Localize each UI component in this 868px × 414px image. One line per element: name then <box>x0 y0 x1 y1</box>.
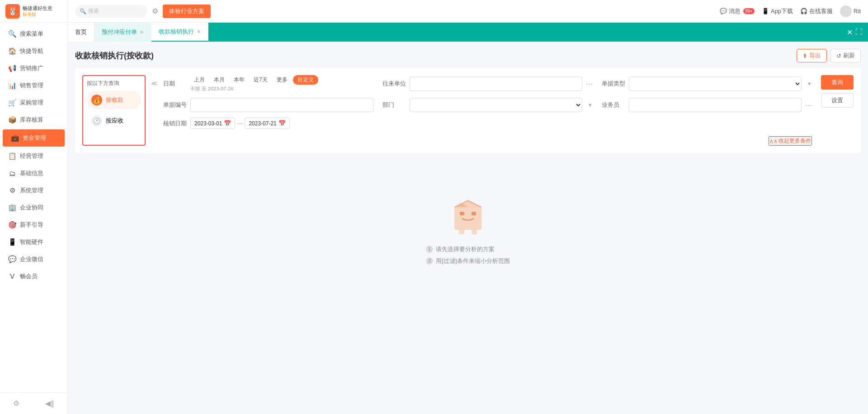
sidebar-item-purchase[interactable]: 🛒采购管理 <box>0 94 67 111</box>
date-chip-custom[interactable]: 自定义 <box>293 75 318 85</box>
staff-input[interactable] <box>629 98 802 112</box>
doctype-select[interactable] <box>629 76 802 91</box>
partner-more-icon[interactable]: ··· <box>586 79 593 89</box>
sidebar-item-inventory[interactable]: 📦库存核算 <box>0 111 67 128</box>
date-chip-7days[interactable]: 近7天 <box>250 75 271 85</box>
beginner-icon: 🎯 <box>8 221 16 229</box>
sidebar-item-enterprise[interactable]: 🏢企业协同 <box>0 199 67 216</box>
header-search-box[interactable]: 🔍 搜索 <box>75 5 147 18</box>
docno-input[interactable] <box>190 98 373 112</box>
sidebar-bottom: ⚙ ◀‖ <box>0 392 67 414</box>
collapse-left-btn[interactable]: ≪ <box>151 75 158 146</box>
sidebar-label-quick-nav: 快捷导航 <box>20 47 43 55</box>
export-icon: ⬆ <box>802 52 807 59</box>
settings-button[interactable]: 设置 <box>821 93 854 108</box>
refresh-icon: ↺ <box>836 52 841 59</box>
filter-actions: 查询 设置 <box>817 75 854 146</box>
message-button[interactable]: 💬 消息 99+ <box>720 7 755 15</box>
verify-date-start-input[interactable]: 2023-03-01 📅 <box>190 118 235 129</box>
tab-home[interactable]: 首页 <box>68 23 94 42</box>
sidebar-item-marketing[interactable]: 📢营销推广 <box>0 60 67 77</box>
tab-prepay[interactable]: 预付冲应付单 ✕ <box>94 23 151 42</box>
system-icon: ⚙ <box>8 186 16 195</box>
header-left: 🔍 搜索 ⚙ 体验行业方案 <box>75 5 211 18</box>
settings-bottom-icon[interactable]: ⚙ <box>10 396 22 410</box>
sidebar-item-sales[interactable]: 📊销售管理 <box>0 77 67 94</box>
logo-text: 畅捷通好生意 标准版 <box>23 5 52 17</box>
collapse-arrow-icon[interactable]: ≪ <box>151 80 158 87</box>
sidebar: 🐰 畅捷通好生意 标准版 🔍搜索菜单🏠快捷导航📢营销推广📊销售管理🛒采购管理📦库… <box>0 0 68 414</box>
maximize-window-icon[interactable]: ⛶ <box>855 28 863 36</box>
export-button[interactable]: ⬆ 导出 <box>797 49 827 62</box>
sidebar-item-smart-hw[interactable]: 📱智能硬件 <box>0 233 67 251</box>
basic-info-icon: 🗂 <box>8 170 16 177</box>
sidebar-item-search[interactable]: 🔍搜索菜单 <box>0 25 67 43</box>
dept-select[interactable] <box>410 98 582 112</box>
sidebar-item-quick-nav[interactable]: 🏠快捷导航 <box>0 43 67 60</box>
download-icon: 📱 <box>762 8 769 14</box>
collapse-more-button[interactable]: ∧∧ 收起更多条件 <box>769 136 812 146</box>
doctype-label: 单据类型 <box>602 80 625 88</box>
main-area: 🔍 搜索 ⚙ 体验行业方案 💬 消息 99+ 📱 App下载 🎧 在线客服 <box>68 0 868 414</box>
svg-rect-1 <box>460 212 464 215</box>
filter-option-by-receivable[interactable]: 🕐 按应收 <box>87 112 141 130</box>
refresh-button[interactable]: ↺ 刷新 <box>830 49 861 62</box>
collapse-more-icon: ∧∧ <box>769 138 778 144</box>
sidebar-label-purchase: 采购管理 <box>20 99 43 107</box>
filter-option-by-receipt[interactable]: 💰 按收款 <box>87 91 141 109</box>
online-service-button[interactable]: 🎧 在线客服 <box>800 7 833 15</box>
date-chip-more[interactable]: 更多 <box>273 75 291 85</box>
empty-step-1: 1 请先选择要分析的方案 <box>426 243 509 255</box>
page-title: 收款核销执行(按收款) <box>75 50 154 61</box>
sidebar-label-sales: 销售管理 <box>20 81 43 90</box>
tab-close-prepay[interactable]: ✕ <box>140 29 144 35</box>
marketing-icon: 📢 <box>8 64 16 72</box>
dept-dropdown-icon: ▼ <box>588 102 593 108</box>
filter-date-row: 日期 上月 本月 本年 近7天 更多 自定义 不限 <box>163 75 373 92</box>
date-range-separator: — <box>237 120 243 127</box>
logo-icon: 🐰 <box>5 4 20 19</box>
settings-icon[interactable]: ⚙ <box>152 7 158 15</box>
sidebar-label-finance: 资金管理 <box>23 134 46 142</box>
date-no-limit: 不限 至 2023-07-26 <box>190 86 373 92</box>
user-avatar <box>840 5 852 17</box>
partner-input[interactable] <box>410 76 582 91</box>
verify-date-label: 核销日期 <box>163 119 187 128</box>
sidebar-item-system[interactable]: ⚙系统管理 <box>0 182 67 199</box>
sidebar-label-operation: 经营管理 <box>20 152 43 160</box>
empty-state: 1 请先选择要分析的方案 2 用[过滤]条件来缩小分析范围 <box>75 153 861 303</box>
date-chip-thisyear[interactable]: 本年 <box>230 75 248 85</box>
filter-form-wrapper: 日期 上月 本月 本年 近7天 更多 自定义 不限 <box>163 75 812 146</box>
sidebar-item-beginner[interactable]: 🎯新手引导 <box>0 216 67 233</box>
operation-icon: 📋 <box>8 152 16 160</box>
smart-hw-icon: 📱 <box>8 238 16 246</box>
sidebar-item-operation[interactable]: 📋经营管理 <box>0 148 67 165</box>
query-button[interactable]: 查询 <box>821 75 854 90</box>
sidebar-item-member[interactable]: Ⅴ畅会员 <box>0 268 67 285</box>
calendar-end-icon: 📅 <box>278 120 286 127</box>
collapse-sidebar-icon[interactable]: ◀‖ <box>42 396 57 410</box>
filter-grid: 日期 上月 本月 本年 近7天 更多 自定义 不限 <box>163 75 812 146</box>
empty-illustration <box>441 189 495 234</box>
app-download-button[interactable]: 📱 App下载 <box>762 7 793 15</box>
date-chip-lastmonth[interactable]: 上月 <box>190 75 208 85</box>
receivable-icon: 🕐 <box>91 115 102 126</box>
receipt-icon: 💰 <box>91 95 102 105</box>
staff-more-icon[interactable]: ··· <box>805 100 812 110</box>
sidebar-item-wechat[interactable]: 💬企业微信 <box>0 251 67 268</box>
header-right: 💬 消息 99+ 📱 App下载 🎧 在线客服 Rit <box>720 5 861 17</box>
tab-bar: 首页 预付冲应付单 ✕ 收款核销执行 ✕ ✕ ⛶ <box>68 23 868 42</box>
close-window-icon[interactable]: ✕ <box>847 28 853 37</box>
docno-label: 单据编号 <box>163 101 187 109</box>
tab-receivable[interactable]: 收款核销执行 ✕ <box>151 23 208 42</box>
sidebar-item-finance[interactable]: 💼资金管理 <box>3 129 65 147</box>
verify-date-end-input[interactable]: 2023-07-21 📅 <box>245 118 289 129</box>
user-menu[interactable]: Rit <box>840 5 861 17</box>
date-chip-thismonth[interactable]: 本月 <box>210 75 228 85</box>
sidebar-label-system: 系统管理 <box>20 186 43 195</box>
filter-verify-date-row: 核销日期 2023-03-01 📅 — 2023-07-21 📅 <box>163 118 593 129</box>
tab-close-receivable[interactable]: ✕ <box>197 29 201 35</box>
sidebar-item-basic-info[interactable]: 🗂基础信息 <box>0 165 67 182</box>
sidebar-label-search: 搜索菜单 <box>20 30 43 38</box>
industry-solution-button[interactable]: 体验行业方案 <box>163 5 211 18</box>
